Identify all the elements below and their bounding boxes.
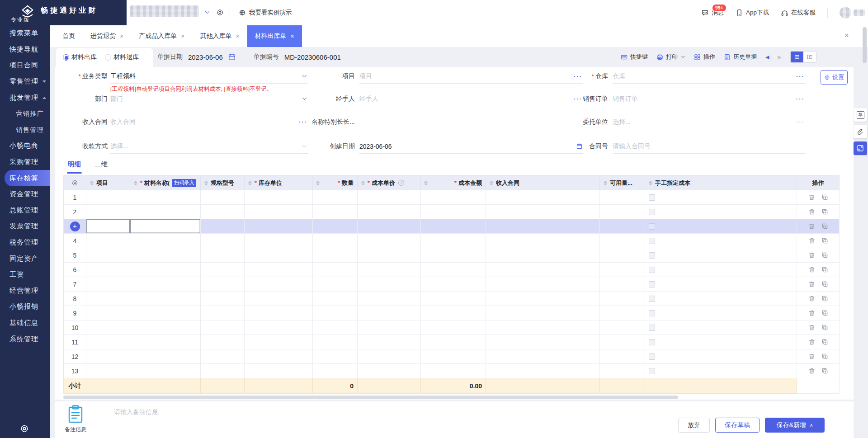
table-cell[interactable]	[86, 364, 130, 378]
delete-row-icon[interactable]	[808, 252, 815, 259]
operations-button[interactable]: 操作	[694, 53, 715, 61]
delete-row-icon[interactable]	[808, 295, 815, 302]
manual-cost-checkbox[interactable]	[649, 267, 655, 273]
field-收入合同[interactable]: 收入合同···	[110, 115, 308, 129]
sort-carets-icon[interactable]	[90, 181, 94, 185]
field-销售订单[interactable]: 销售订单···	[613, 92, 806, 106]
field-项目[interactable]: 项目···	[359, 69, 583, 84]
copy-row-icon[interactable]	[821, 310, 828, 316]
table-cell[interactable]	[130, 320, 201, 335]
delete-row-icon[interactable]	[808, 237, 815, 244]
table-cell[interactable]	[130, 277, 201, 292]
table-cell[interactable]	[421, 306, 486, 320]
table-cell[interactable]	[130, 292, 201, 306]
table-cell[interactable]	[245, 205, 313, 219]
table-cell[interactable]	[486, 190, 600, 205]
table-cell[interactable]	[130, 349, 201, 364]
editing-cell[interactable]	[130, 219, 201, 234]
table-cell[interactable]	[201, 335, 245, 349]
save-draft-button[interactable]: 保存草稿	[715, 418, 760, 433]
table-cell[interactable]	[358, 219, 421, 234]
delete-row-icon[interactable]	[808, 324, 815, 331]
sort-carets-icon[interactable]	[490, 181, 493, 185]
table-cell[interactable]	[600, 248, 645, 263]
copy-row-icon[interactable]	[821, 281, 828, 287]
copy-row-icon[interactable]	[821, 295, 828, 302]
table-cell[interactable]	[313, 205, 358, 219]
table-cell[interactable]	[358, 234, 421, 248]
table-cell[interactable]	[201, 292, 245, 306]
sidebar-item-总账管理[interactable]: 总账管理	[0, 203, 50, 219]
column-header-库存单位[interactable]: *库存单位	[245, 176, 313, 190]
table-cell[interactable]	[600, 234, 645, 248]
column-settings-gear-icon[interactable]	[71, 179, 78, 186]
ellipsis-picker-icon[interactable]: ···	[796, 115, 805, 129]
table-cell[interactable]	[313, 190, 358, 205]
next-doc-button[interactable]: ▶	[778, 54, 782, 60]
warehouse-settings-button[interactable]: 设置	[821, 70, 848, 85]
table-cell[interactable]	[130, 248, 201, 263]
sidebar-item-工资[interactable]: 工资	[0, 267, 50, 283]
gear-icon[interactable]	[216, 9, 224, 16]
field-经手人[interactable]: 经手人···	[359, 92, 583, 106]
table-cell[interactable]	[313, 320, 358, 335]
table-cell[interactable]	[130, 364, 201, 378]
expand-button[interactable]	[854, 141, 867, 155]
discard-button[interactable]: 放弃	[678, 418, 710, 433]
tab-进货退货[interactable]: 进货退货×	[83, 25, 131, 47]
tab-detail[interactable]: 明细	[67, 158, 82, 174]
copy-row-icon[interactable]	[821, 237, 828, 244]
chevron-down-icon[interactable]	[204, 9, 210, 15]
radio-material-outbound[interactable]: 材料出库	[63, 53, 97, 61]
ellipsis-picker-icon[interactable]: ···	[796, 92, 805, 106]
table-cell[interactable]	[486, 219, 600, 234]
table-cell[interactable]	[201, 364, 245, 378]
table-cell[interactable]	[201, 320, 245, 335]
table-cell[interactable]	[421, 190, 486, 205]
delete-row-icon[interactable]	[808, 310, 815, 316]
table-cell[interactable]	[421, 335, 486, 349]
table-cell[interactable]	[86, 277, 130, 292]
table-cell[interactable]	[245, 364, 313, 378]
sidebar-item-营销推广[interactable]: 营销推广	[0, 106, 50, 122]
table-cell[interactable]	[600, 320, 645, 335]
table-cell[interactable]	[358, 277, 421, 292]
table-cell[interactable]	[245, 219, 313, 234]
table-cell[interactable]	[313, 263, 358, 277]
table-cell[interactable]	[245, 263, 313, 277]
table-cell[interactable]	[313, 277, 358, 292]
field-名称特别长长...[interactable]	[359, 115, 583, 129]
table-cell[interactable]	[86, 234, 130, 248]
sidebar-item-固定资产[interactable]: 固定资产	[0, 250, 50, 267]
table-cell[interactable]	[313, 349, 358, 364]
remark-input[interactable]: 请输入备注信息	[114, 405, 385, 419]
table-cell[interactable]	[245, 190, 313, 205]
column-header-成本金额[interactable]: *成本金额	[421, 176, 486, 190]
sort-carets-icon[interactable]	[424, 181, 428, 185]
manual-cost-checkbox[interactable]	[649, 325, 655, 331]
table-cell[interactable]	[486, 263, 600, 277]
field-收款方式[interactable]: 选择...	[110, 139, 308, 154]
sidebar-item-快捷导航[interactable]: 快捷导航	[0, 42, 50, 58]
table-cell[interactable]	[486, 205, 600, 219]
table-cell[interactable]	[130, 190, 201, 205]
table-cell[interactable]	[600, 190, 645, 205]
ellipsis-picker-icon[interactable]: ···	[796, 69, 805, 83]
column-header-成本单价[interactable]: *成本单价?	[358, 176, 421, 190]
sort-carets-icon[interactable]	[248, 181, 252, 185]
table-cell[interactable]	[86, 292, 130, 306]
card-view-button[interactable]	[803, 52, 816, 62]
column-header-收入合同[interactable]: 收入合同	[486, 176, 600, 190]
attachment-button[interactable]	[854, 125, 867, 138]
print-button[interactable]: 打印	[656, 53, 685, 61]
manual-cost-checkbox[interactable]	[649, 194, 655, 201]
table-cell[interactable]	[201, 306, 245, 320]
table-cell[interactable]	[201, 248, 245, 263]
save-new-button[interactable]: 保存&新增 ∧	[765, 418, 825, 433]
close-icon[interactable]: ×	[181, 33, 184, 40]
sidebar-item-资金管理[interactable]: 资金管理	[0, 186, 50, 203]
copy-row-icon[interactable]	[821, 367, 828, 374]
close-icon[interactable]: ×	[236, 33, 239, 40]
user-account[interactable]	[840, 7, 865, 19]
manual-cost-checkbox[interactable]	[649, 353, 655, 360]
